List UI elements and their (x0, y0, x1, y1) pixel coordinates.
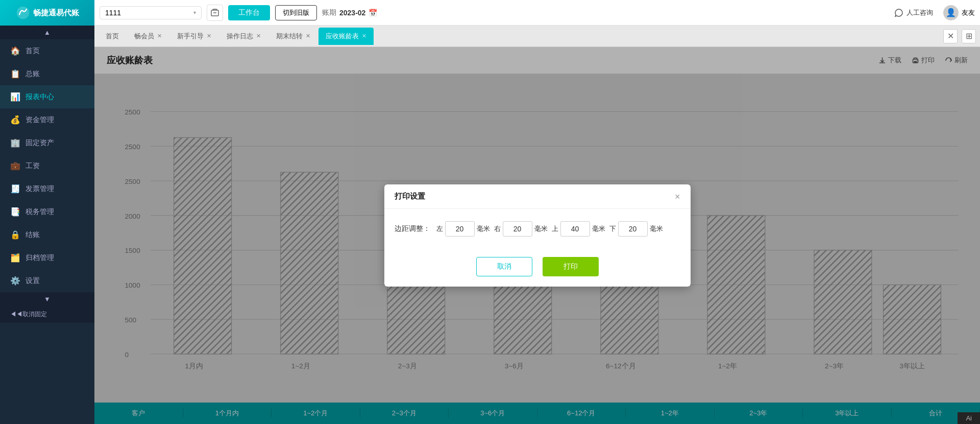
scroll-up-button[interactable]: ▲ (0, 26, 94, 39)
top-margin-input[interactable] (560, 221, 590, 237)
tab-member-label: 畅会员 (134, 32, 154, 41)
right-margin-input[interactable] (503, 221, 532, 237)
sidebar-collapse-label: ◀◀取消固定 (10, 310, 47, 319)
dialog-close-button[interactable]: × (675, 192, 680, 201)
sidebar-item-home[interactable]: 🏠 首页 (0, 39, 94, 62)
tab-oplog-label: 操作日志 (227, 32, 253, 41)
tab-period-end-label: 期末结转 (276, 32, 303, 41)
tab-ar-aging-label: 应收账龄表 (326, 32, 359, 41)
sidebar-label-archive: 归档管理 (26, 253, 54, 263)
payroll-icon: 💼 (10, 161, 20, 171)
tab-guide-close[interactable]: ✕ (207, 33, 211, 39)
sidebar-item-reports[interactable]: 📊 报表中心 (0, 85, 94, 108)
tab-ar-aging-close[interactable]: ✕ (362, 33, 366, 39)
page-content: 应收账龄表 下载 (94, 47, 980, 424)
right-unit: 毫米 (534, 224, 548, 233)
bottom-margin-input[interactable] (618, 221, 648, 237)
avatar: 👤 (943, 5, 959, 20)
chevron-down-icon: ▾ (193, 10, 196, 15)
sidebar-item-tax[interactable]: 📑 税务管理 (0, 200, 94, 223)
sidebar-item-archive[interactable]: 🗂️ 归档管理 (0, 246, 94, 269)
cancel-button[interactable]: 取消 (476, 257, 532, 276)
company-name: 1111 (105, 9, 189, 17)
bottom-unit: 毫米 (650, 224, 663, 233)
sidebar-item-assets[interactable]: 🏢 固定资产 (0, 131, 94, 154)
sidebar-label-funds: 资金管理 (26, 115, 54, 125)
top-label: 上 (552, 224, 558, 233)
sidebar-label-invoice: 发票管理 (26, 184, 54, 194)
home-icon: 🏠 (10, 46, 20, 56)
funds-icon: 💰 (10, 115, 20, 125)
sidebar-label-ledger: 总账 (26, 69, 40, 79)
user-area[interactable]: 👤 友友 (943, 5, 975, 20)
tab-home-label: 首页 (106, 32, 119, 41)
invoice-icon: 🧾 (10, 184, 20, 194)
left-unit: 毫米 (477, 224, 490, 233)
sidebar-item-closing[interactable]: 🔒 结账 (0, 223, 94, 246)
bottom-label: 下 (609, 224, 616, 233)
logo: 畅捷通易代账 (0, 0, 94, 26)
period-value: 2023-02 (339, 9, 365, 17)
assets-icon: 🏢 (10, 138, 20, 148)
left-margin-group: 左 毫米 (436, 221, 490, 237)
left-margin-input[interactable] (445, 221, 475, 237)
confirm-print-button[interactable]: 打印 (543, 257, 599, 276)
sidebar-label-payroll: 工资 (26, 161, 40, 171)
tab-period-end-close[interactable]: ✕ (306, 33, 310, 39)
calendar-icon[interactable]: 📅 (369, 9, 377, 17)
tab-expand-button[interactable]: ⊞ (962, 29, 976, 43)
sidebar-label-closing: 结账 (26, 230, 40, 240)
sidebar-item-funds[interactable]: 💰 资金管理 (0, 108, 94, 131)
tab-close-all-button[interactable]: ✕ (943, 29, 958, 43)
dialog-overlay: 打印设置 × 边距调整： 左 毫米 右 (94, 47, 980, 424)
tab-home[interactable]: 首页 (99, 28, 126, 45)
consult-button[interactable]: 人工咨询 (894, 8, 933, 17)
svg-point-0 (16, 7, 29, 19)
ledger-icon: 📋 (10, 69, 20, 79)
tab-ar-aging[interactable]: 应收账龄表 ✕ (318, 28, 374, 45)
dialog-footer: 取消 打印 (384, 249, 691, 287)
margin-label: 边距调整： (395, 224, 430, 233)
tab-oplog-close[interactable]: ✕ (256, 33, 261, 39)
tab-guide[interactable]: 新手引导 ✕ (170, 28, 218, 45)
tab-member[interactable]: 畅会员 ✕ (127, 28, 169, 45)
sidebar-label-settings: 设置 (26, 276, 40, 286)
dialog-title: 打印设置 (395, 192, 425, 201)
sidebar: ▲ 🏠 首页 📋 总账 📊 报表中心 💰 资金管理 🏢 固定资产 💼 工资 🧾 … (0, 26, 94, 424)
tab-member-close[interactable]: ✕ (157, 33, 162, 39)
company-selector[interactable]: 1111 ▾ (100, 6, 202, 19)
top-margin-group: 上 毫米 (552, 221, 605, 237)
tax-icon: 📑 (10, 207, 20, 217)
scroll-down-button[interactable]: ▼ (0, 292, 94, 306)
archive-sidebar-icon: 🗂️ (10, 253, 20, 263)
sidebar-label-home: 首页 (26, 46, 40, 56)
right-label: 右 (494, 224, 501, 233)
user-label: 友友 (962, 8, 975, 17)
period-label: 账期 (322, 8, 336, 17)
workbench-button[interactable]: 工作台 (228, 5, 270, 20)
tab-guide-label: 新手引导 (177, 32, 204, 41)
tabs-bar: 首页 畅会员 ✕ 新手引导 ✕ 操作日志 ✕ 期末结转 ✕ 应收账龄表 ✕ (94, 26, 980, 47)
bottom-margin-group: 下 毫米 (609, 221, 663, 237)
sidebar-item-ledger[interactable]: 📋 总账 (0, 62, 94, 85)
right-margin-group: 右 毫米 (494, 221, 548, 237)
closing-icon: 🔒 (10, 230, 20, 240)
archive-icon[interactable] (207, 5, 223, 21)
sidebar-label-tax: 税务管理 (26, 207, 54, 217)
settings-icon: ⚙️ (10, 276, 20, 286)
consult-label: 人工咨询 (906, 8, 933, 17)
tab-oplog[interactable]: 操作日志 ✕ (219, 28, 268, 45)
sidebar-collapse-button[interactable]: ◀◀取消固定 (0, 306, 94, 323)
sidebar-item-invoice[interactable]: 🧾 发票管理 (0, 177, 94, 200)
sidebar-item-settings[interactable]: ⚙️ 设置 (0, 269, 94, 292)
sidebar-item-payroll[interactable]: 💼 工资 (0, 154, 94, 177)
dialog-body: 边距调整： 左 毫米 右 毫米 (384, 209, 691, 249)
print-settings-dialog: 打印设置 × 边距调整： 左 毫米 右 (384, 184, 691, 287)
dialog-header: 打印设置 × (384, 184, 691, 209)
top-unit: 毫米 (592, 224, 605, 233)
left-label: 左 (436, 224, 443, 233)
switch-old-button[interactable]: 切到旧版 (275, 5, 317, 20)
sidebar-label-reports: 报表中心 (26, 92, 54, 102)
tab-period-end[interactable]: 期末结转 ✕ (269, 28, 317, 45)
sidebar-label-assets: 固定资产 (26, 138, 54, 148)
